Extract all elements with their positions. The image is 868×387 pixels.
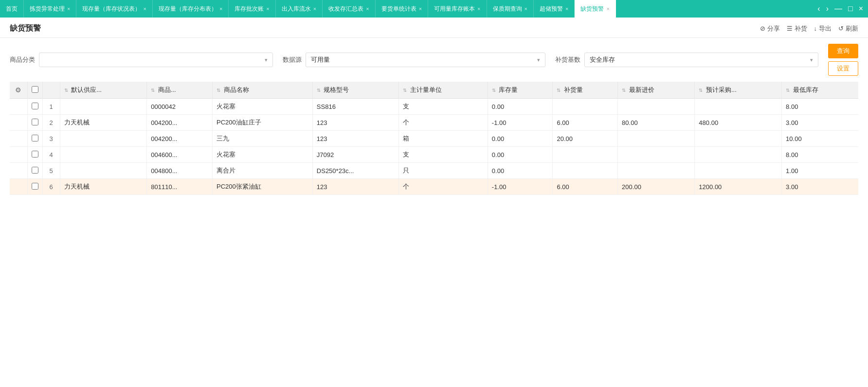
stock-sort-icon[interactable]: ⇅	[492, 88, 496, 93]
est-sort-icon[interactable]: ⇅	[699, 88, 703, 93]
refresh-icon: ↺	[838, 25, 844, 32]
col-num-header	[42, 82, 60, 99]
row-name-3: 火花塞	[213, 147, 313, 163]
replenish-sort-icon[interactable]: ⇅	[557, 88, 561, 93]
row-name-2: 三九	[213, 131, 313, 147]
row-min-stock-3: 8.00	[782, 147, 858, 163]
table-row: 2 力天机械 004200... PC200油缸庄子 123 个 -1.00 6…	[10, 115, 858, 131]
row-num-2: 3	[42, 131, 60, 147]
row-spec-1: 123	[312, 115, 398, 131]
category-select[interactable]: ▾	[39, 53, 273, 67]
tab-inventory-dist[interactable]: 现存量（库存分布表） ×	[153, 0, 229, 18]
supplier-sort-icon[interactable]: ⇅	[64, 88, 68, 93]
row-checkbox-2[interactable]	[32, 135, 38, 141]
tab-shortage-warning[interactable]: 缺货预警 ×	[575, 0, 615, 18]
code-sort-icon[interactable]: ⇅	[151, 88, 155, 93]
select-all-checkbox[interactable]	[32, 86, 38, 93]
close-tab-8[interactable]: ×	[477, 6, 480, 12]
row-latest-price-3	[618, 147, 695, 163]
row-num-1: 2	[42, 115, 60, 131]
row-check-1	[27, 115, 42, 131]
datasource-select[interactable]: 可用量 ▾	[306, 53, 546, 67]
row-est-purchase-5: 1200.00	[695, 179, 782, 195]
settings-button[interactable]: 设置	[828, 61, 858, 76]
share-icon: ⊘	[760, 25, 765, 32]
row-unit-2: 箱	[398, 131, 488, 147]
nav-next-icon[interactable]: ›	[823, 4, 832, 13]
nav-minimize-icon[interactable]: —	[832, 4, 845, 13]
nav-maximize-icon[interactable]: □	[845, 4, 856, 13]
close-tab-9[interactable]: ×	[524, 6, 527, 12]
replenish-icon: ☰	[787, 25, 793, 32]
row-min-stock-1: 3.00	[782, 115, 858, 131]
min-sort-icon[interactable]: ⇅	[786, 88, 790, 93]
refresh-button[interactable]: ↺ 刷新	[838, 24, 858, 33]
close-tab-4[interactable]: ×	[266, 6, 269, 12]
row-unit-4: 只	[398, 163, 488, 179]
gear-settings-icon[interactable]: ⚙	[15, 86, 21, 94]
row-checkbox-3[interactable]	[32, 151, 38, 158]
row-replenish-3	[553, 147, 618, 163]
share-button[interactable]: ⊘ 分享	[760, 24, 780, 33]
row-spec-5: 123	[312, 179, 398, 195]
row-unit-3: 支	[398, 147, 488, 163]
row-checkbox-5[interactable]	[32, 183, 38, 190]
tab-overstock-warning[interactable]: 超储预警 ×	[534, 0, 575, 18]
price-sort-icon[interactable]: ⇅	[622, 88, 626, 93]
row-min-stock-4: 1.00	[782, 163, 858, 179]
table-container: ⚙ ⇅ 默认供应... ⇅ 商品... ⇅	[0, 82, 868, 195]
tab-inventory-status[interactable]: 现存量（库存状况表） ×	[76, 0, 152, 18]
category-chevron-icon: ▾	[265, 57, 268, 63]
unit-sort-icon[interactable]: ⇅	[403, 88, 407, 93]
col-replenish-header: ⇅ 补货量	[553, 82, 618, 99]
close-tab-5[interactable]: ×	[313, 6, 316, 12]
row-latest-price-4	[618, 163, 695, 179]
export-button[interactable]: ↓ 导出	[814, 24, 832, 33]
close-tab-7[interactable]: ×	[419, 6, 422, 12]
page-title: 缺货预警	[10, 23, 41, 34]
row-check-4	[27, 163, 42, 179]
tab-summary[interactable]: 收发存汇总表 ×	[323, 0, 375, 18]
col-stock-header: ⇅ 库存量	[488, 82, 553, 99]
spec-sort-icon[interactable]: ⇅	[317, 88, 321, 93]
col-gear: ⚙	[10, 82, 27, 99]
col-est-purchase-header: ⇅ 预计采购...	[695, 82, 782, 99]
close-tab-3[interactable]: ×	[219, 6, 222, 12]
col-unit-header: ⇅ 主计量单位	[398, 82, 488, 99]
replenish-select[interactable]: 安全库存 ▾	[584, 53, 818, 67]
col-spec-header: ⇅ 规格型号	[312, 82, 398, 99]
row-num-0: 1	[42, 99, 60, 115]
nav-prev-icon[interactable]: ‹	[814, 4, 823, 13]
row-est-purchase-3	[695, 147, 782, 163]
tab-inout-flow[interactable]: 出入库流水 ×	[276, 0, 323, 18]
row-supplier-0	[60, 99, 147, 115]
tab-home[interactable]: 首页	[0, 0, 24, 18]
close-tab-6[interactable]: ×	[366, 6, 369, 12]
close-tab-11[interactable]: ×	[606, 6, 609, 12]
filter-datasource: 数据源 可用量 ▾	[283, 53, 546, 67]
row-gear-5	[10, 179, 27, 195]
row-est-purchase-0	[695, 99, 782, 115]
tab-batch-account[interactable]: 库存批次账 ×	[229, 0, 275, 18]
row-checkbox-4[interactable]	[32, 167, 38, 174]
row-checkbox-1[interactable]	[32, 119, 38, 125]
tab-expiry-query[interactable]: 保质期查询 ×	[487, 0, 534, 18]
query-button[interactable]: 查询	[828, 44, 858, 58]
row-gear-0	[10, 99, 27, 115]
close-tab-10[interactable]: ×	[565, 6, 568, 12]
table-header-row: ⚙ ⇅ 默认供应... ⇅ 商品... ⇅	[10, 82, 858, 99]
nav-close-icon[interactable]: ×	[856, 4, 866, 13]
table-row: 1 0000042 火花塞 SS816 支 0.00 8.00	[10, 99, 858, 115]
row-supplier-4	[60, 163, 147, 179]
row-checkbox-0[interactable]	[32, 103, 38, 109]
close-tab-2[interactable]: ×	[143, 6, 146, 12]
close-tab-1[interactable]: ×	[67, 6, 70, 12]
filter-replenish: 补货基数 安全库存 ▾	[555, 53, 818, 67]
replenish-button[interactable]: ☰ 补货	[787, 24, 807, 33]
col-select-all	[27, 82, 42, 99]
tab-picking-exception[interactable]: 拣货异常处理 ×	[24, 0, 76, 18]
name-sort-icon[interactable]: ⇅	[217, 88, 220, 93]
tab-demand-stat[interactable]: 要货单统计表 ×	[376, 0, 428, 18]
tab-available-ledger[interactable]: 可用量库存账本 ×	[428, 0, 487, 18]
row-name-0: 火花塞	[213, 99, 313, 115]
